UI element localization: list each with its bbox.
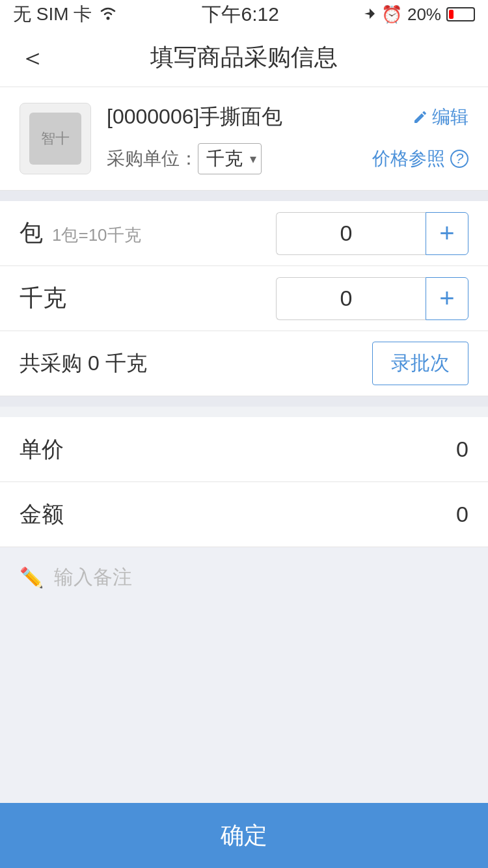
package-plus-button[interactable]: + [426, 212, 468, 255]
alarm-icon: ⏰ [381, 5, 402, 25]
confirm-button[interactable]: 确定 [0, 803, 488, 868]
kg-label: 千克 [20, 282, 66, 314]
unit-price-row: 单价 0 [0, 417, 488, 482]
status-right: ⏰ 20% [363, 5, 475, 25]
package-label-group: 包 1包=10千克 [20, 217, 141, 249]
amount-value: 0 [456, 502, 468, 527]
product-card: 智十 [0000006]手撕面包 编辑 采购单位： 千克 ▾ [0, 87, 488, 191]
package-label: 包 [20, 217, 43, 249]
section-divider-1 [0, 191, 488, 201]
nav-bar: ＜ 填写商品采购信息 [0, 29, 488, 87]
unit-label: 采购单位： [107, 146, 198, 171]
product-info: [0000006]手撕面包 编辑 采购单位： 千克 ▾ 价格 [107, 103, 468, 174]
product-header: [0000006]手撕面包 编辑 [107, 103, 468, 131]
logo-text: 智十 [41, 129, 70, 148]
amount-row: 金额 0 [0, 482, 488, 547]
price-reference-button[interactable]: 价格参照 ? [372, 146, 468, 171]
status-bar: 无 SIM 卡 下午6:12 ⏰ 20% [0, 0, 488, 29]
empty-space [0, 608, 488, 803]
edit-label: 编辑 [432, 105, 468, 129]
edit-button[interactable]: 编辑 [413, 105, 468, 129]
price-ref-label: 价格参照 [372, 146, 445, 171]
unit-price-value: 0 [456, 437, 468, 462]
battery-icon [446, 7, 475, 21]
kg-input-row: 千克 + [0, 266, 488, 331]
summary-row: 共采购 0 千克 录批次 [0, 331, 488, 396]
amount-label: 金额 [20, 500, 64, 530]
svg-point-0 [107, 17, 110, 20]
unit-select-wrap: 采购单位： 千克 ▾ [107, 143, 262, 174]
carrier-label: 无 SIM 卡 [13, 2, 92, 27]
package-input[interactable] [276, 212, 426, 255]
product-name: [0000006]手撕面包 [107, 103, 282, 131]
info-section: 单价 0 金额 0 [0, 417, 488, 547]
product-unit: 采购单位： 千克 ▾ 价格参照 ? [107, 143, 468, 174]
kg-plus-button[interactable]: + [426, 277, 468, 320]
section-divider-2 [0, 396, 488, 407]
page-title: 填写商品采购信息 [150, 42, 338, 74]
kg-input-group: + [276, 277, 468, 320]
summary-text: 共采购 0 千克 [20, 349, 147, 378]
status-time: 下午6:12 [202, 1, 278, 28]
batch-button[interactable]: 录批次 [372, 342, 468, 385]
location-icon [363, 5, 376, 25]
chevron-down-icon: ▾ [250, 151, 256, 167]
info-icon: ? [450, 150, 468, 168]
notes-placeholder: 输入备注 [54, 564, 132, 591]
wifi-icon [98, 4, 118, 25]
unit-price-label: 单价 [20, 435, 64, 465]
kg-input[interactable] [276, 277, 426, 320]
unit-dropdown[interactable]: 千克 ▾ [198, 143, 262, 174]
back-button[interactable]: ＜ [20, 40, 46, 75]
notes-section[interactable]: ✏️ 输入备注 [0, 547, 488, 608]
product-image: 智十 [20, 103, 91, 174]
quantity-section: 包 1包=10千克 + 千克 + 共采购 0 千克 录批次 [0, 201, 488, 396]
pencil-icon: ✏️ [20, 566, 44, 589]
product-logo: 智十 [29, 113, 81, 165]
battery-percent: 20% [407, 5, 441, 25]
kg-label-group: 千克 [20, 282, 66, 314]
status-left: 无 SIM 卡 [13, 2, 118, 27]
package-input-row: 包 1包=10千克 + [0, 201, 488, 266]
package-sub-label: 1包=10千克 [52, 224, 141, 247]
package-input-group: + [276, 212, 468, 255]
